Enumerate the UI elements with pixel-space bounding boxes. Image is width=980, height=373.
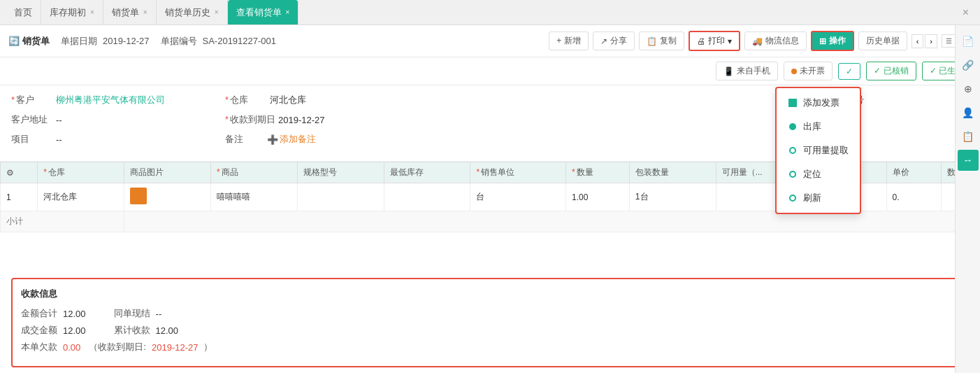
main-content: 🔄 销货单 单据日期 2019-12-27 单据编号 SA-20191227-0…: [0, 25, 980, 373]
amount-total-value: 12.00: [63, 309, 86, 319]
sidebar-icon-2[interactable]: 🔗: [958, 55, 979, 76]
cell-spec: [297, 183, 384, 211]
project-label: 项目: [11, 133, 53, 146]
sidebar-icon-3[interactable]: ⊕: [958, 78, 979, 99]
locate-item[interactable]: 定位: [777, 162, 860, 186]
customer-value[interactable]: 柳州粤港平安气体有限公司: [53, 94, 165, 106]
print-icon: 🖨: [697, 36, 705, 46]
col-settings: ⚙: [1, 162, 38, 183]
warehouse-field-group: 仓库 河北仓库: [225, 94, 411, 106]
check-icon: ✓: [846, 66, 853, 76]
address-label: 客户地址: [11, 113, 53, 126]
cell-image: [124, 183, 211, 211]
tab-home[interactable]: 首页: [6, 0, 41, 24]
cumulative-item: 累计收款 12.00: [114, 324, 179, 337]
square-icon: [788, 99, 797, 107]
col-pack-qty: 包装数量: [629, 162, 716, 183]
col-unit: 销售单位: [470, 162, 566, 183]
warehouse-value: 河北仓库: [267, 94, 306, 106]
gear-icon[interactable]: ⚙: [6, 168, 14, 178]
outbound-item[interactable]: 出库: [777, 115, 860, 139]
tab-bar: 首页 库存期初 × 销货单 × 销货单历史 × 查看销货单 × ×: [0, 0, 980, 25]
locate-icon: [788, 169, 798, 179]
same-order-value: --: [156, 309, 162, 319]
circle-outline-icon-2: [789, 171, 796, 178]
logistics-button[interactable]: 🚚 物流信息: [744, 31, 807, 50]
available-qty-item[interactable]: 可用量提取: [777, 139, 860, 162]
available-qty-label: 可用量提取: [803, 144, 849, 157]
share-button[interactable]: ↗ 分享: [593, 31, 635, 50]
tab-sales[interactable]: 销货单 ×: [103, 0, 157, 24]
sidebar-icon-4[interactable]: 👤: [958, 102, 979, 123]
tab-view-sales[interactable]: 查看销货单 ×: [228, 0, 299, 24]
doc-date-label: 单据日期 2019-12-27: [61, 35, 150, 48]
col-spec: 规格型号: [297, 162, 384, 183]
operate-grid-icon: ⊞: [819, 36, 826, 46]
window-close-button[interactable]: ×: [957, 6, 974, 19]
tab-sales-history-close[interactable]: ×: [215, 8, 219, 16]
col-qty: 数量: [566, 162, 630, 183]
add-invoice-icon: [788, 98, 798, 108]
confirm-button[interactable]: ✓: [838, 63, 860, 80]
payment-row-1: 金额合计 12.00 同单现结 --: [21, 307, 959, 320]
copy-button[interactable]: 📋 复制: [639, 31, 684, 50]
amount-total-label: 金额合计: [21, 307, 57, 320]
due-date-value: 2019-12-27: [275, 115, 325, 125]
outbound-label: 出库: [803, 120, 821, 133]
add-note-button[interactable]: ➕ 添加备注: [267, 133, 316, 146]
history-button[interactable]: 历史单据: [858, 31, 907, 50]
circle-filled-icon: [789, 123, 796, 130]
owed-date: 2019-12-27: [152, 342, 199, 353]
tab-view-sales-close[interactable]: ×: [286, 8, 290, 16]
sidebar-icon-expand[interactable]: ↔: [958, 150, 979, 171]
payment-row-3: 本单欠款 0.00 （收款到期日: 2019-12-27 ）: [21, 341, 959, 353]
note-field-group: 备注 ➕ 添加备注: [225, 133, 411, 146]
operate-dropdown-menu: 添加发票 出库 可用量提取 定位: [775, 87, 861, 214]
note-label: 备注: [225, 133, 267, 146]
add-invoice-label: 添加发票: [803, 97, 840, 109]
owed-item: 本单欠款 0.00 （收款到期日: 2019-12-27 ）: [21, 341, 212, 353]
cell-qty: 1.00: [566, 183, 630, 211]
subtotal-row: 小计: [1, 211, 980, 232]
sub-action-bar: 📱 来自手机 未开票 ✓ ✓ 已核销 ✓ 已生效: [0, 57, 980, 85]
circle-outline-icon-1: [789, 147, 796, 154]
cell-pack-qty: 1台: [629, 183, 716, 211]
tab-inventory-close[interactable]: ×: [90, 8, 94, 16]
orange-dot-icon: [791, 69, 797, 74]
new-button[interactable]: + 新增: [549, 31, 588, 50]
tab-view-sales-label: 查看销货单: [236, 6, 282, 19]
sales-order-icon: 🔄: [8, 36, 20, 46]
cell-index: 1: [1, 183, 38, 211]
already-cancelled-button[interactable]: ✓ 已核销: [866, 62, 916, 80]
print-button[interactable]: 🖨 打印 ▾: [689, 31, 740, 51]
not-open-ticket-button[interactable]: 未开票: [784, 62, 833, 80]
sidebar-icon-5[interactable]: 📋: [958, 126, 979, 147]
tab-inventory[interactable]: 库存期初 ×: [41, 0, 103, 24]
sidebar-icon-1[interactable]: 📄: [958, 31, 979, 52]
prev-record-button[interactable]: ‹: [911, 34, 924, 48]
owed-note-end: ）: [203, 341, 212, 353]
subtotal-values: [124, 211, 980, 232]
tab-home-label: 首页: [14, 6, 32, 19]
phone-icon: 📱: [723, 66, 734, 76]
payment-row-2: 成交金额 12.00 累计收款 12.00: [21, 324, 959, 337]
owed-value: 0.00: [63, 342, 80, 353]
amount-total-item: 金额合计 12.00: [21, 307, 86, 320]
col-min-stock: 最低库存: [384, 162, 470, 183]
tab-sales-close[interactable]: ×: [143, 8, 147, 16]
tab-sales-history[interactable]: 销货单历史 ×: [157, 0, 228, 24]
layout-list-button[interactable]: ☰: [942, 34, 956, 48]
next-record-button[interactable]: ›: [925, 34, 937, 48]
due-date-label: 收款到期日: [225, 113, 275, 126]
add-invoice-item[interactable]: 添加发票: [777, 91, 860, 115]
operate-button[interactable]: ⊞ 操作: [811, 31, 854, 51]
cell-price: 0.: [886, 183, 941, 211]
refresh-item[interactable]: 刷新: [777, 186, 860, 210]
nav-arrows: ‹ ›: [911, 34, 937, 48]
payment-title: 收款信息: [21, 288, 959, 300]
from-phone-button[interactable]: 📱 来自手机: [716, 62, 778, 80]
deal-amount-item: 成交金额 12.00: [21, 324, 86, 337]
payment-info-box: 收款信息 金额合计 12.00 同单现结 -- 成交金额 12.00 累计收款: [11, 278, 969, 367]
doc-number-label: 单据编号 SA-20191227-001: [161, 35, 277, 48]
document-header: 🔄 销货单 单据日期 2019-12-27 单据编号 SA-20191227-0…: [0, 25, 980, 57]
